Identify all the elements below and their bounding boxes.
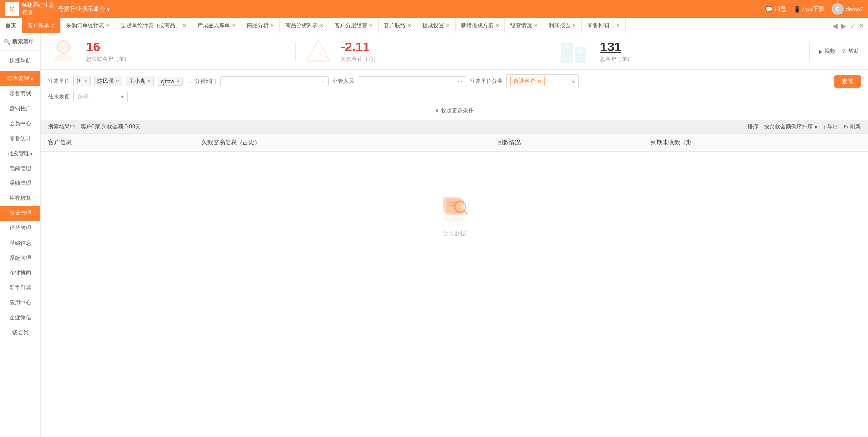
app-download-button[interactable]: 📱 App下载 [793,5,825,13]
sidebar-item-ecommerce[interactable]: 电商管理 [0,161,40,176]
person-select[interactable]: ··· [358,76,466,86]
close-icon[interactable]: ✕ [51,23,55,28]
sidebar-item-sys-mgmt[interactable]: 系统管理 [0,251,40,266]
sidebar-item-operations[interactable]: 经营管理 [0,221,40,236]
sidebar-item-enterprise[interactable]: 企业协同 [0,266,40,280]
filter-tag-wang[interactable]: 王小亮 ✕ [126,76,154,86]
tab-product-analysis-list[interactable]: 商品分析列表 ✕ [280,18,329,33]
filter-more-button[interactable]: ... [187,78,191,85]
close-icon[interactable]: ✕ [446,23,450,28]
tab-customers[interactable]: 客户账本 ✕ [22,18,61,33]
close-icon[interactable]: ✕ [320,23,323,28]
sidebar: 🔍 搜索菜单 快捷导航 零售管理 ▾ 零售商城 营销推广 会员中心 零售统计 批… [0,33,41,437]
sidebar-item-marketing[interactable]: 营销推广 [0,101,40,116]
tab-product-stock[interactable]: 产成品入库单 ✕ [192,18,241,33]
sidebar-item-enterprise-wechat[interactable]: 企业微信 [0,310,40,325]
table-body: 暂无数据 [41,152,868,274]
remove-tag-wu[interactable]: ✕ [84,79,87,84]
sidebar-item-retail-stats[interactable]: 零售统计 [0,131,40,146]
sidebar-item-inventory[interactable]: 库存核算 [0,191,40,206]
stat-total-customers2-value: 131 [600,40,621,54]
refresh-button[interactable]: ↻ 刷新 [844,123,861,131]
close-icon[interactable]: ✕ [534,23,537,28]
nav-tabs: 首页 客户账本 ✕ 采购订单统计表 ✕ 进货单统计表（按商品） ✕ 产成品入库单… [0,18,868,33]
stats-bar: 16 总欠款客户（家） + -2.11 欠款合计（万） [41,33,868,70]
tab-close-all-icon[interactable]: ✕ [858,21,865,30]
sidebar-item-retail[interactable]: 零售管理 ▾ [0,71,40,86]
sidebar-item-app-center[interactable]: 应用中心 [0,295,40,310]
sidebar-item-purchase[interactable]: 采购管理 [0,176,40,191]
sidebar-item-member2[interactable]: 畅会员 [0,325,40,340]
tab-customer-contact[interactable]: 客户联络 ✕ [379,18,417,33]
tab-retail-profit[interactable]: 零售利润（ ✕ [582,18,626,33]
tab-next-icon[interactable]: ▶ [840,21,847,30]
empty-state: 暂无数据 [41,152,868,274]
tab-operations[interactable]: 经营情况 ✕ [505,18,543,33]
video-icon: ▶ [819,48,823,55]
chevron-down-icon: ▾ [30,152,33,156]
stat-total-customers-value: 16 [86,40,100,54]
logo-icon: 好 [5,2,19,16]
chevron-down-icon: ▾ [31,77,33,81]
stat-icon-total [559,38,591,65]
collapse-icon: ∧ [435,108,439,114]
sort-button[interactable]: 排序：按欠款金额倒序排序 ▾ [748,123,817,131]
query-button[interactable]: 查询 [834,75,861,88]
sidebar-item-quicknav[interactable]: 快捷导航 [0,53,40,68]
filter-tag-cjttcw[interactable]: cjttcw ✕ [158,77,183,86]
sidebar-item-new-guide[interactable]: 新手引导 [0,280,40,295]
video-button[interactable]: ▶ 视频 [819,48,835,55]
close-icon[interactable]: ✕ [369,23,373,28]
unit-class-select[interactable]: 普通客户 ✕ ▾ [506,74,579,88]
remove-unit-class[interactable]: ✕ [537,78,542,85]
dept-select[interactable]: ··· [220,76,329,86]
close-icon[interactable]: ✕ [495,23,499,28]
user-menu[interactable]: D demo2 [832,3,863,15]
close-icon[interactable]: ✕ [616,23,620,28]
message-button[interactable]: 💬 消息 [765,5,786,13]
svg-rect-6 [578,49,583,53]
tab-purchase-stats[interactable]: 进货单统计表（按商品） ✕ [115,18,192,33]
sidebar-nav-quicknav: 快捷导航 [0,51,40,71]
help-button[interactable]: ？ 帮助 [841,48,859,55]
sidebar-item-retail-mall[interactable]: 零售商城 [0,86,40,101]
balance-select[interactable]: 选择... ▾ [73,91,128,102]
svg-rect-5 [565,45,569,48]
close-icon[interactable]: ✕ [232,23,235,28]
tab-profit-report[interactable]: 利润报告 ✕ [543,18,582,33]
remove-tag-chen[interactable]: ✕ [115,79,119,84]
close-icon[interactable]: ✕ [270,23,274,28]
tab-purchase-orders[interactable]: 采购订单统计表 ✕ [61,18,115,33]
tab-controls: ◀ ▶ ⤢ ✕ [829,18,868,33]
tab-home[interactable]: 首页 [0,18,22,33]
tab-prev-icon[interactable]: ◀ [832,21,839,30]
account-selector[interactable]: 母婴行业演示账套 ▾ [58,5,110,13]
sidebar-item-member[interactable]: 会员中心 [0,116,40,131]
tab-new-tip-plan[interactable]: 新增提成方案 ✕ [456,18,505,33]
dept-more-icon: ··· [320,78,325,85]
chevron-down-icon: ▾ [107,6,110,13]
remove-tag-cjttcw[interactable]: ✕ [176,79,180,84]
remove-tag-wang[interactable]: ✕ [147,79,151,84]
close-icon[interactable]: ✕ [408,23,411,28]
tab-customer-segmentation[interactable]: 客户分层经营 ✕ [329,18,379,33]
tab-tip-settings[interactable]: 提成设置 ✕ [417,18,456,33]
export-button[interactable]: ↑ 导出 [823,123,838,131]
table-container: 客户信息 欠款交易信息（占比） 回款情况 到期未收款日期 [41,134,868,437]
empty-state-row: 暂无数据 [41,152,868,274]
col-overdue-date: 到期未收款日期 [643,134,868,152]
sidebar-item-basic-info[interactable]: 基础信息 [0,236,40,251]
sidebar-item-finance[interactable]: 资金管理 [0,206,40,221]
sidebar-item-wholesale[interactable]: 批发管理 ▾ [0,146,40,161]
tab-expand-icon[interactable]: ⤢ [849,21,856,30]
unit-class-tag[interactable]: 普通客户 ✕ [510,76,545,86]
tab-product-analysis[interactable]: 商品分析 ✕ [241,18,280,33]
sidebar-search[interactable]: 🔍 搜索菜单 [0,33,40,51]
filter-tag-wu[interactable]: 伍 ✕ [73,76,91,86]
close-icon[interactable]: ✕ [182,23,186,28]
filter-collapse-button[interactable]: ∧ 收起更多条件 [48,105,861,115]
close-icon[interactable]: ✕ [106,23,110,28]
filter-tag-chen[interactable]: 陈民强 ✕ [94,76,122,86]
table-header-row: 客户信息 欠款交易信息（占比） 回款情况 到期未收款日期 [41,134,868,152]
close-icon[interactable]: ✕ [572,23,576,28]
